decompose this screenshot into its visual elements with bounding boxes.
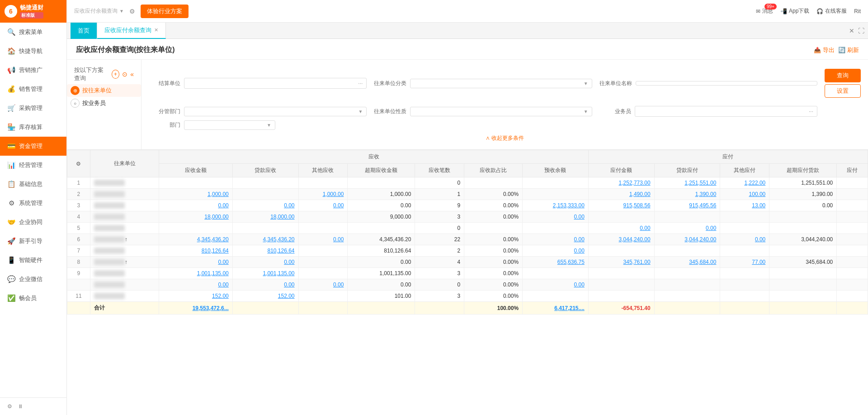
row-ap-loan[interactable]: 1,390.00 xyxy=(654,189,720,200)
row-ap-amount[interactable]: 1,490.00 xyxy=(588,189,654,200)
setting-button[interactable]: 设置 xyxy=(825,84,861,98)
filter-partner-cat-input[interactable]: ▼ xyxy=(410,79,592,88)
dots-icon: ··· xyxy=(358,80,363,86)
refresh-button[interactable]: 🔄 刷新 xyxy=(838,46,859,54)
row-ar-amount[interactable]: 0.00 xyxy=(159,200,233,211)
message-button[interactable]: ✉ 消息 99+ xyxy=(756,7,773,15)
row-ap-amount[interactable]: 1,252,773.00 xyxy=(588,177,654,189)
row-ap-amount[interactable]: 0.00 xyxy=(588,223,654,234)
row-ar-ratio: 0.00% xyxy=(464,279,523,291)
row-ar-loan[interactable]: 0.00 xyxy=(232,279,298,291)
row-ap-other[interactable]: 13.00 xyxy=(720,200,769,211)
row-ap-loan[interactable]: 0.00 xyxy=(654,223,720,234)
row-ar-amount[interactable]: 810,126.64 xyxy=(159,245,233,257)
row-ar-amount[interactable]: 0.00 xyxy=(159,257,233,268)
filter-settings-icon[interactable]: ⊙ xyxy=(122,71,127,78)
row-ar-prepay[interactable]: 2,153,333.00 xyxy=(523,200,589,211)
tab-close-icon[interactable]: ✕ xyxy=(154,27,158,33)
row-number: 3 xyxy=(67,200,90,211)
filter-partner-nature-input[interactable]: ▼ xyxy=(410,107,592,116)
sidebar-item-operations[interactable]: 📊 经营管理 xyxy=(0,156,66,175)
online-service-button[interactable]: 🎧 在线客服 xyxy=(816,7,847,15)
filter-add-button[interactable]: + xyxy=(112,70,119,79)
row-ar-loan[interactable]: 4,345,436.20 xyxy=(232,234,298,245)
filter-collapse-icon[interactable]: « xyxy=(130,71,134,78)
tab-expand-icon[interactable]: ⛶ xyxy=(858,27,864,34)
filter-settlement-input[interactable]: ··· xyxy=(184,78,367,89)
sidebar-item-marketing[interactable]: 📢 营销推广 xyxy=(0,61,66,80)
filter-salesperson-input[interactable]: ··· xyxy=(635,106,817,117)
row-ar-other[interactable]: 1,000.00 xyxy=(298,189,348,200)
sidebar-item-basic[interactable]: 📋 基础信息 xyxy=(0,175,66,194)
row-ap-other[interactable]: 77.00 xyxy=(720,257,769,268)
row-ap-amount[interactable]: 345,761.00 xyxy=(588,257,654,268)
row-ar-loan[interactable]: 0.00 xyxy=(232,200,298,211)
filter-dept-input[interactable]: ▼ xyxy=(184,107,367,116)
row-ar-other[interactable]: 0.00 xyxy=(298,279,348,291)
row-ap-loan[interactable]: 915,495.56 xyxy=(654,200,720,211)
settings-bottom-icon[interactable]: ⚙ xyxy=(7,403,12,410)
gear-icon[interactable]: ⚙ xyxy=(129,8,135,15)
row-ar-loan[interactable]: 810,126.64 xyxy=(232,245,298,257)
sidebar-item-enterprise[interactable]: 🤝 企业协同 xyxy=(0,213,66,232)
row-ar-amount[interactable]: 1,001,135.00 xyxy=(159,268,233,279)
tab-close-window-icon[interactable]: ✕ xyxy=(849,27,854,34)
sidebar-item-member[interactable]: ✅ 畅会员 xyxy=(0,289,66,308)
sidebar-item-label: 新手引导 xyxy=(19,237,42,245)
query-option-by-unit[interactable]: ⊕ 按往来单位 xyxy=(67,84,141,97)
row-ar-prepay[interactable]: 0.00 xyxy=(523,234,589,245)
row-ar-amount[interactable]: 152.00 xyxy=(159,291,233,302)
user-menu[interactable]: Rit xyxy=(854,8,861,14)
row-ar-amount[interactable]: 18,000.00 xyxy=(159,211,233,223)
row-ap-loan[interactable]: 3,044,240.00 xyxy=(654,234,720,245)
user-name: Rit xyxy=(854,8,861,14)
row-ap-other[interactable]: 100.00 xyxy=(720,189,769,200)
collapse-bar[interactable]: ∧ 收起更多条件 xyxy=(149,132,861,145)
row-ar-overdue: 9,000.00 xyxy=(348,211,415,223)
filter-partner-name-input[interactable] xyxy=(636,81,817,86)
sidebar-item-quicknav[interactable]: 🏠 快捷导航 xyxy=(0,42,66,61)
app-name: 畅捷通财 xyxy=(20,4,43,11)
row-ar-amount[interactable]: 1,000.00 xyxy=(159,189,233,200)
sidebar-item-search[interactable]: 🔍 搜索菜单 xyxy=(0,23,66,42)
row-ap-loan xyxy=(654,268,720,279)
row-ar-prepay[interactable]: 655,636.75 xyxy=(523,257,589,268)
collapse-icon[interactable]: ⏸ xyxy=(18,403,23,410)
row-ar-loan[interactable]: 18,000.00 xyxy=(232,211,298,223)
row-ar-count: 4 xyxy=(415,257,464,268)
row-ar-prepay[interactable]: 0.00 xyxy=(523,211,589,223)
sidebar-item-finance[interactable]: 💳 资金管理 xyxy=(0,137,66,156)
sidebar-item-hardware[interactable]: 📱 智能硬件 xyxy=(0,251,66,270)
th-group-ar: 应收 xyxy=(159,150,589,164)
promo-button[interactable]: 体验行业方案 xyxy=(141,5,189,18)
row-ap-other[interactable]: 1,222.00 xyxy=(720,177,769,189)
row-ar-other[interactable]: 0.00 xyxy=(298,234,348,245)
sidebar-item-guide[interactable]: 🚀 新手引导 xyxy=(0,232,66,251)
sidebar-item-wechat[interactable]: 💬 企业微信 xyxy=(0,270,66,289)
row-ar-amount[interactable]: 4,345,436.20 xyxy=(159,234,233,245)
query-button[interactable]: 查询 xyxy=(825,69,861,82)
row-ar-prepay[interactable]: 0.00 xyxy=(523,279,589,291)
col-settings[interactable]: ⚙ xyxy=(67,150,90,177)
tab-home[interactable]: 首页 xyxy=(71,23,97,39)
query-option-by-staff[interactable]: ○ 按业务员 xyxy=(67,97,141,110)
row-ap-amount[interactable]: 915,508.56 xyxy=(588,200,654,211)
tab-ar-ap[interactable]: 应收应付余额查询 ✕ xyxy=(97,23,166,39)
row-ap-loan[interactable]: 1,251,551.00 xyxy=(654,177,720,189)
row-ap-other[interactable]: 0.00 xyxy=(720,234,769,245)
row-ar-prepay[interactable]: 0.00 xyxy=(523,245,589,257)
row-ap-loan[interactable]: 345,684.00 xyxy=(654,257,720,268)
sidebar-item-inventory[interactable]: 🏪 库存核算 xyxy=(0,118,66,137)
sidebar-item-purchase[interactable]: 🛒 采购管理 xyxy=(0,99,66,118)
filter-department-input[interactable]: ▼ xyxy=(184,120,275,130)
row-ar-other[interactable]: 0.00 xyxy=(298,200,348,211)
row-ar-loan[interactable]: 0.00 xyxy=(232,257,298,268)
export-button[interactable]: 📤 导出 xyxy=(814,46,835,54)
row-ar-loan[interactable]: 152.00 xyxy=(232,291,298,302)
row-ap-amount[interactable]: 3,044,240.00 xyxy=(588,234,654,245)
sidebar-item-system[interactable]: ⚙ 系统管理 xyxy=(0,194,66,213)
app-download-button[interactable]: 📲 App下载 xyxy=(780,7,809,15)
sidebar-item-sales[interactable]: 💰 销售管理 xyxy=(0,80,66,99)
row-ar-loan[interactable]: 1,001,135.00 xyxy=(232,268,298,279)
row-ar-amount[interactable]: 0.00 xyxy=(159,279,233,291)
